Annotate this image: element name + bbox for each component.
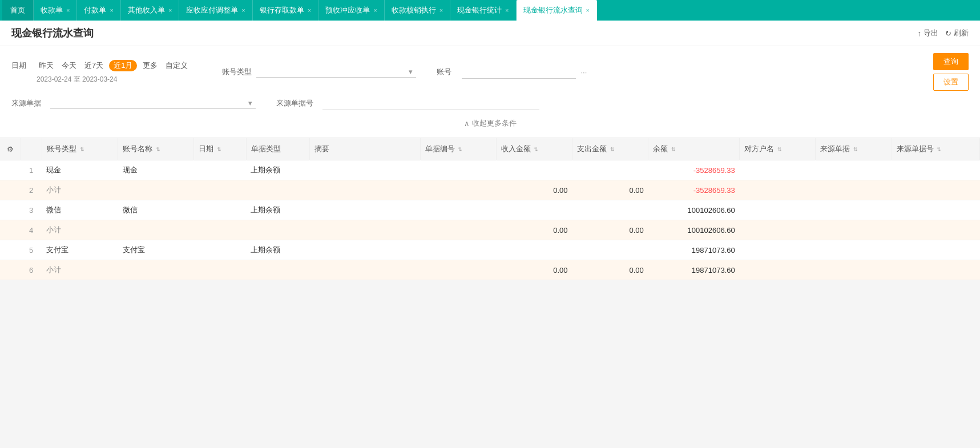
close-icon[interactable]: ×: [505, 7, 509, 14]
cell-income: 0.00: [496, 180, 572, 200]
column-account-type[interactable]: 账号类型 ⇅: [42, 138, 118, 160]
date-7days[interactable]: 近7天: [82, 60, 106, 71]
refresh-icon: ↻: [945, 29, 951, 38]
close-icon[interactable]: ×: [586, 7, 590, 14]
table-row[interactable]: 3 微信 微信 上期余额 100102606.60: [0, 200, 980, 220]
query-button[interactable]: 查询: [933, 53, 969, 70]
column-account-name[interactable]: 账号名称 ⇅: [118, 138, 194, 160]
filter-row-source: 来源单据 ▾ 来源单据号: [11, 96, 969, 110]
account-type-select[interactable]: ▾: [256, 66, 416, 78]
column-date[interactable]: 日期 ⇅: [194, 138, 246, 160]
chevron-down-icon: ▾: [409, 67, 413, 76]
cell-account-type: 小计: [42, 180, 118, 200]
column-expense[interactable]: 支出金额 ⇅: [572, 138, 648, 160]
account-input[interactable]: [462, 65, 576, 79]
cell-doc-type: 上期余额: [246, 200, 309, 220]
cell-income: [496, 240, 572, 260]
cell-doc-no: [420, 160, 496, 180]
collapse-bar[interactable]: ∧ 收起更多条件: [11, 116, 969, 131]
nav-tab-stats-label: 现金银行统计: [457, 5, 502, 15]
nav-tab-home[interactable]: 首页: [2, 0, 34, 21]
column-income[interactable]: 收入金额 ⇅: [496, 138, 572, 160]
cell-source-doc-no: [892, 200, 979, 220]
cell-income: 0.00: [496, 220, 572, 240]
cell-gear: [0, 260, 21, 280]
cell-source-doc-no: [892, 220, 979, 240]
close-icon[interactable]: ×: [308, 7, 311, 14]
page-title: 现金银行流水查询: [11, 26, 94, 40]
column-doc-type: 单据类型: [246, 138, 309, 160]
close-icon[interactable]: ×: [373, 7, 377, 14]
date-1month[interactable]: 近1月: [109, 60, 137, 71]
table-row[interactable]: 1 现金 现金 上期余额 -3528659.33: [0, 160, 980, 180]
cell-date: [194, 200, 246, 220]
column-source-doc[interactable]: 来源单据 ⇅: [816, 138, 892, 160]
cell-source-doc-no: [892, 180, 979, 200]
nav-tab-stats[interactable]: 现金银行统计 ×: [450, 0, 516, 21]
table-row[interactable]: 2 小计 0.00 0.00 -3528659.33: [0, 180, 980, 200]
source-doc-num-input[interactable]: [322, 96, 539, 110]
nav-tab-verify-label: 收款核销执行: [392, 5, 436, 15]
cell-doc-no: [420, 240, 496, 260]
column-settings[interactable]: ⚙: [0, 138, 21, 160]
column-balance[interactable]: 余额 ⇅: [648, 138, 740, 160]
date-yesterday[interactable]: 昨天: [37, 60, 56, 71]
cell-rownum: 3: [21, 200, 42, 220]
cell-doc-type: [246, 260, 309, 280]
cell-summary: [310, 160, 421, 180]
nav-tab-receipt[interactable]: 收款单 ×: [34, 0, 77, 21]
date-today[interactable]: 今天: [59, 60, 79, 71]
source-doc-select[interactable]: ▾: [50, 98, 256, 109]
cell-balance: -3528659.33: [648, 160, 740, 180]
table-row[interactable]: 4 小计 0.00 0.00 100102606.60: [0, 220, 980, 240]
cell-counterpart: [740, 260, 816, 280]
close-icon[interactable]: ×: [439, 7, 443, 14]
cell-date: [194, 220, 246, 240]
nav-tab-payment[interactable]: 付款单 ×: [77, 0, 120, 21]
close-icon[interactable]: ×: [66, 7, 70, 14]
close-icon[interactable]: ×: [168, 7, 172, 14]
table-row[interactable]: 6 小计 0.00 0.00 19871073.60: [0, 260, 980, 280]
nav-tab-bank-deposit-label: 银行存取款单: [260, 5, 304, 15]
date-shortcuts: 昨天 今天 近7天 近1月 更多 自定义: [37, 60, 190, 71]
column-doc-no[interactable]: 单据编号 ⇅: [420, 138, 496, 160]
nav-tab-bank-deposit[interactable]: 银行存取款单 ×: [253, 0, 318, 21]
cell-counterpart: [740, 240, 816, 260]
column-counterpart[interactable]: 对方户名 ⇅: [740, 138, 816, 160]
cell-balance: -3528659.33: [648, 180, 740, 200]
source-doc-label: 来源单据: [11, 98, 41, 108]
nav-tab-adjust[interactable]: 应收应付调整单 ×: [179, 0, 252, 21]
nav-tab-prepay[interactable]: 预收冲应收单 ×: [318, 0, 384, 21]
cell-doc-no: [420, 260, 496, 280]
cell-gear: [0, 180, 21, 200]
cell-doc-type: [246, 220, 309, 240]
export-button[interactable]: ↑ 导出: [918, 28, 939, 38]
cell-expense: [572, 200, 648, 220]
cell-income: 0.00: [496, 260, 572, 280]
close-icon[interactable]: ×: [241, 7, 245, 14]
date-custom[interactable]: 自定义: [163, 60, 190, 71]
cell-source-doc: [816, 200, 892, 220]
more-dots-icon[interactable]: ···: [580, 68, 587, 76]
cell-gear: [0, 240, 21, 260]
nav-tab-other-income[interactable]: 其他收入单 ×: [121, 0, 179, 21]
nav-tab-cashflow[interactable]: 现金银行流水查询 ×: [517, 0, 597, 21]
cell-doc-type: 上期余额: [246, 240, 309, 260]
table-row[interactable]: 5 支付宝 支付宝 上期余额 19871073.60: [0, 240, 980, 260]
date-more[interactable]: 更多: [140, 60, 160, 71]
cell-rownum: 5: [21, 240, 42, 260]
cell-counterpart: [740, 180, 816, 200]
cell-source-doc: [816, 220, 892, 240]
settings-button[interactable]: 设置: [933, 74, 969, 91]
filter-area: 日期 昨天 今天 近7天 近1月 更多 自定义 2023-02-24 至 202…: [0, 46, 980, 138]
close-icon[interactable]: ×: [110, 7, 113, 14]
refresh-button[interactable]: ↻ 刷新: [945, 28, 969, 38]
column-source-doc-no[interactable]: 来源单据号 ⇅: [892, 138, 979, 160]
date-label: 日期: [11, 60, 32, 71]
column-summary: 摘要: [310, 138, 421, 160]
cell-account-name: [118, 220, 194, 240]
date-range: 2023-02-24 至 2023-03-24: [37, 75, 190, 84]
cell-doc-no: [420, 180, 496, 200]
nav-tab-verify[interactable]: 收款核销执行 ×: [385, 0, 450, 21]
refresh-label: 刷新: [954, 28, 969, 38]
